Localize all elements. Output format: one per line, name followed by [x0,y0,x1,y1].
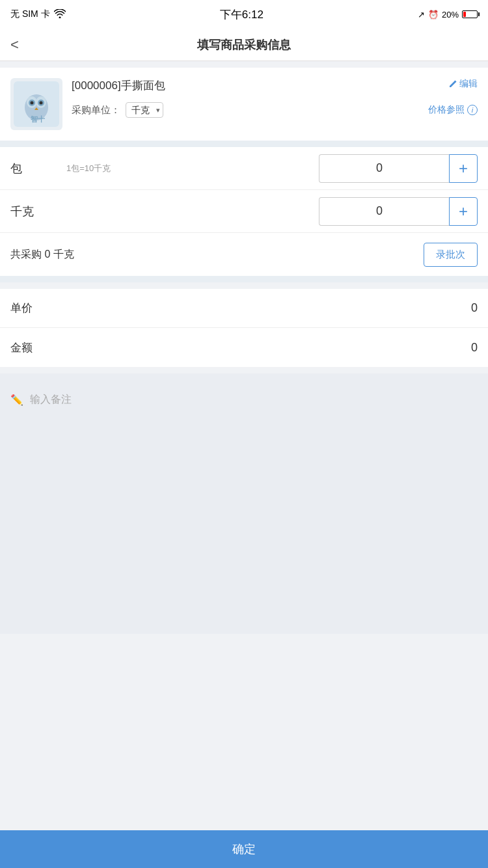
unit-price-value: 0 [471,301,478,315]
alarm-icon: ⏰ [428,10,439,20]
bag-input-wrapper: + [319,154,478,183]
battery-text: 20% [442,10,459,20]
info-icon: i [467,105,478,115]
battery-icon [462,10,478,18]
amount-value: 0 [471,341,478,355]
input-section: 包 1包=10千克 + 千克 + 共采购 0 千克 录批次 [0,147,488,276]
wifi-icon [54,9,66,20]
svg-text:智十: 智十 [30,115,46,123]
svg-point-6 [31,102,34,105]
unit-select-wrapper[interactable]: 千克 [126,102,163,118]
product-unit-row: 采购单位： 千克 价格参照 i [72,102,478,118]
status-left: 无 SIM 卡 [10,8,66,20]
unit-select[interactable]: 千克 [126,102,163,118]
content-spacer [0,426,488,634]
confirm-button-label: 确定 [232,841,256,857]
summary-row: 共采购 0 千克 录批次 [0,233,488,276]
back-button[interactable]: < [10,31,24,59]
product-thumbnail: 智十 [10,78,62,130]
kg-plus-button[interactable]: + [449,197,478,226]
bag-sub-label: 1包=10千克 [66,163,111,174]
bag-input[interactable] [319,154,449,183]
status-right: ↗ ⏰ 20% [418,10,478,20]
kg-input-row: 千克 + [0,190,488,233]
kg-input[interactable] [319,197,449,226]
pencil-icon: ✏️ [10,394,23,406]
edit-icon [448,79,457,88]
price-ref-button[interactable]: 价格参照 i [428,104,478,116]
divider-2 [0,276,488,282]
batch-button[interactable]: 录批次 [424,243,478,267]
amount-row: 金额 0 [0,328,488,367]
product-card: 智十 [0000006]手撕面包 采购单位： 千克 价格参照 i [0,68,488,141]
unit-price-label: 单价 [10,301,33,316]
page-title: 填写商品采购信息 [197,37,291,53]
svg-point-7 [40,102,43,105]
no-sim-text: 无 SIM 卡 [10,8,50,20]
confirm-button-bar[interactable]: 确定 [0,830,488,868]
product-info: [0000006]手撕面包 采购单位： 千克 价格参照 i [72,78,478,118]
summary-text: 共采购 0 千克 [10,248,74,262]
unit-label: 采购单位： [72,104,120,116]
stats-section: 单价 0 金额 0 [0,289,488,367]
nav-bar: < 填写商品采购信息 [0,29,488,61]
remark-section[interactable]: ✏️ 输入备注 [0,373,488,426]
kg-input-wrapper: + [319,197,478,226]
unit-price-row: 单价 0 [0,289,488,328]
bag-plus-button[interactable]: + [449,154,478,183]
divider-1 [0,141,488,147]
status-time: 下午6:12 [220,7,264,22]
edit-button[interactable]: 编辑 [448,78,478,90]
bag-label: 包 [10,161,62,176]
remark-placeholder: 输入备注 [30,393,72,407]
kg-label: 千克 [10,204,62,219]
amount-label: 金额 [10,340,33,355]
bag-input-row: 包 1包=10千克 + [0,147,488,190]
product-logo-svg: 智十 [14,81,59,127]
product-name: [0000006]手撕面包 [72,78,478,93]
location-icon: ↗ [418,10,425,20]
status-bar: 无 SIM 卡 下午6:12 ↗ ⏰ 20% [0,0,488,29]
